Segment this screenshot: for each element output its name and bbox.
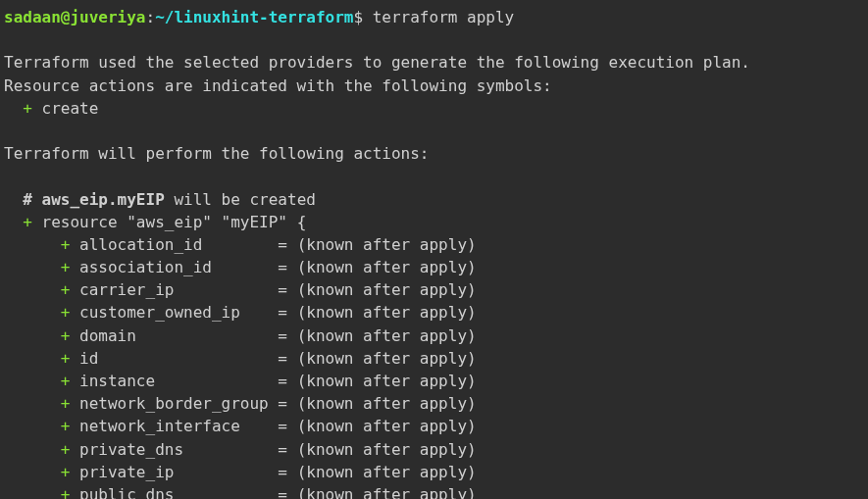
attr-eq: =	[278, 417, 296, 435]
attr-eq: =	[278, 440, 296, 459]
attr-eq: =	[278, 303, 296, 322]
attr-val: (known after apply)	[297, 303, 477, 322]
attr-val: (known after apply)	[297, 235, 477, 254]
attr-name: id	[70, 349, 278, 368]
attr-val: (known after apply)	[297, 485, 477, 499]
attr-eq: =	[278, 235, 296, 254]
attr-plus: +	[4, 463, 70, 481]
prompt-user-host: sadaan@juveriya	[4, 8, 146, 26]
actions-header: Terraform will perform the following act…	[4, 144, 429, 163]
attr-eq: =	[278, 463, 296, 481]
attr-plus: +	[4, 326, 70, 345]
attr-val: (known after apply)	[297, 280, 477, 299]
attr-eq: =	[278, 326, 296, 345]
attr-eq: =	[278, 349, 296, 368]
attr-plus: +	[4, 372, 70, 390]
attr-plus: +	[4, 417, 70, 435]
intro-line1: Terraform used the selected providers to…	[4, 53, 750, 72]
attr-name: allocation_id	[70, 235, 278, 254]
resource-plus: +	[4, 213, 32, 231]
attr-val: (known after apply)	[297, 372, 477, 390]
attr-row: + customer_owned_ip = (known after apply…	[4, 303, 477, 322]
attr-plus: +	[4, 440, 70, 459]
comment-hash: #	[4, 190, 42, 209]
attr-row: + carrier_ip = (known after apply)	[4, 280, 477, 299]
attr-val: (known after apply)	[297, 258, 477, 276]
attr-val: (known after apply)	[297, 417, 477, 435]
attr-eq: =	[278, 372, 296, 390]
attr-name: instance	[70, 372, 278, 390]
attr-name: carrier_ip	[70, 280, 278, 299]
attr-name: association_id	[70, 258, 278, 276]
attr-eq: =	[278, 394, 296, 413]
attr-plus: +	[4, 349, 70, 368]
prompt-colon: :	[146, 8, 156, 26]
attr-plus: +	[4, 303, 70, 322]
create-label: create	[32, 99, 98, 118]
attr-row: + domain = (known after apply)	[4, 326, 477, 345]
attr-name: network_interface	[70, 417, 278, 435]
attr-row: + private_ip = (known after apply)	[4, 463, 477, 481]
attr-eq: =	[278, 485, 296, 499]
prompt-line: sadaan@juveriya:~/linuxhint-terraform$ t…	[4, 8, 514, 26]
attr-row: + network_border_group = (known after ap…	[4, 394, 477, 413]
attr-plus: +	[4, 280, 70, 299]
attr-eq: =	[278, 280, 296, 299]
attr-name: customer_owned_ip	[70, 303, 278, 322]
attr-plus: +	[4, 485, 70, 499]
resource-comment: # aws_eip.myEIP	[4, 190, 165, 209]
attr-name: private_ip	[70, 463, 278, 481]
attr-row: + network_interface = (known after apply…	[4, 417, 477, 435]
attr-row: + allocation_id = (known after apply)	[4, 235, 477, 254]
attr-plus: +	[4, 235, 70, 254]
attr-name: network_border_group	[70, 394, 278, 413]
attr-row: + instance = (known after apply)	[4, 372, 477, 390]
create-symbol: +	[4, 99, 32, 118]
attr-row: + id = (known after apply)	[4, 349, 477, 368]
comment-suffix: will be created	[165, 190, 316, 209]
attr-eq: =	[278, 258, 296, 276]
comment-name: aws_eip.myEIP	[42, 190, 165, 209]
attr-val: (known after apply)	[297, 394, 477, 413]
attr-row: + public_dns = (known after apply)	[4, 485, 477, 499]
attr-name: domain	[70, 326, 278, 345]
attr-name: public_dns	[70, 485, 278, 499]
intro-line2: Resource actions are indicated with the …	[4, 76, 552, 95]
prompt-path: ~/linuxhint-terraform	[155, 8, 353, 26]
terminal-output[interactable]: sadaan@juveriya:~/linuxhint-terraform$ t…	[4, 6, 864, 499]
prompt-command: terraform apply	[373, 8, 515, 26]
attr-name: private_dns	[70, 440, 278, 459]
attr-val: (known after apply)	[297, 440, 477, 459]
attr-row: + private_dns = (known after apply)	[4, 440, 477, 459]
attr-val: (known after apply)	[297, 349, 477, 368]
attr-plus: +	[4, 258, 70, 276]
resource-decl: resource "aws_eip" "myEIP" {	[32, 213, 306, 231]
attr-plus: +	[4, 394, 70, 413]
attr-row: + association_id = (known after apply)	[4, 258, 477, 276]
prompt-dollar: $	[353, 8, 372, 26]
attr-val: (known after apply)	[297, 326, 477, 345]
attr-val: (known after apply)	[297, 463, 477, 481]
